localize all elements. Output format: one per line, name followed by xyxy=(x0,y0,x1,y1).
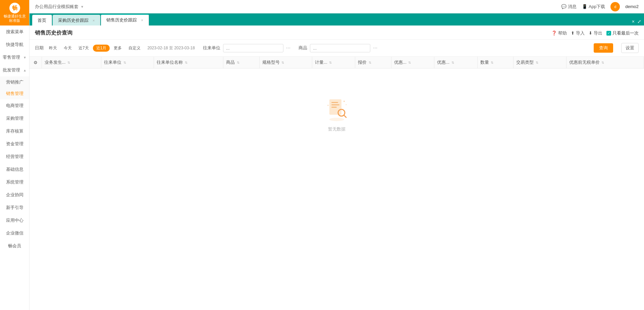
sort-icon-pretax-price: ⇅ xyxy=(601,61,604,64)
date-btn-more[interactable]: 更多 xyxy=(111,45,124,52)
sidebar-item-search[interactable]: 搜索菜单 xyxy=(0,25,29,38)
sidebar-item-inventory[interactable]: 库存核算 xyxy=(0,125,29,138)
sidebar-item-wechat[interactable]: 企业微信 xyxy=(0,227,29,240)
user-avatar[interactable]: d xyxy=(610,2,620,11)
sidebar-item-enterprise[interactable]: 企业协同 xyxy=(0,189,29,201)
query-button[interactable]: 查询 xyxy=(594,43,613,53)
content-header: 销售历史价查询 ❓ 帮助 ⬆ 导入 ⬇ 导出 只看最后一次 xyxy=(30,25,644,40)
tab-close-sales[interactable]: × xyxy=(141,18,143,22)
partner-input-wrapper: ··· xyxy=(223,44,290,52)
goods-filter-group: 商品 ··· xyxy=(299,44,377,52)
sidebar-item-basic[interactable]: 基础信息 xyxy=(0,163,29,176)
message-button[interactable]: 💬 消息 xyxy=(561,4,577,10)
goods-input[interactable] xyxy=(310,44,370,52)
data-table: ⚙ 业务发生... ⇅ 往来单位 ⇅ 往来单位名称 ⇅ xyxy=(30,57,644,68)
col-spec[interactable]: 规格型号 ⇅ xyxy=(259,57,312,68)
col-partner-name[interactable]: 往来单位名称 ⇅ xyxy=(154,57,223,68)
help-icon: ❓ xyxy=(551,31,557,36)
tab-home[interactable]: 首页 xyxy=(32,15,52,25)
sidebar-item-guide[interactable]: 新手引导 xyxy=(0,201,29,214)
goods-more-icon[interactable]: ··· xyxy=(373,45,377,51)
date-btn-1month[interactable]: 近1月 xyxy=(93,45,110,52)
date-btn-yesterday[interactable]: 昨天 xyxy=(46,45,60,52)
empty-state: 暂无数据 xyxy=(30,68,644,159)
import-button[interactable]: ⬆ 导入 xyxy=(571,30,585,36)
sidebar-logo[interactable]: 畅 畅捷通好生意标准版 xyxy=(0,0,29,25)
sidebar-item-quick-nav[interactable]: 快捷导航 xyxy=(0,38,29,51)
partner-input[interactable] xyxy=(223,44,283,52)
col-partner-code[interactable]: 往来单位 ⇅ xyxy=(101,57,154,68)
table-area: ⚙ 业务发生... ⇅ 往来单位 ⇅ 往来单位名称 ⇅ xyxy=(30,57,644,310)
only-last-checkbox[interactable]: 只看最后一次 xyxy=(606,30,639,36)
sort-icon-unit: ⇅ xyxy=(329,61,332,64)
date-filter-group: 日期 昨天 今天 近7天 近1月 更多 自定义 2023-02-18 至 202… xyxy=(35,45,195,52)
message-icon: 💬 xyxy=(561,4,567,9)
col-unit[interactable]: 计量... ⇅ xyxy=(312,57,355,68)
svg-line-6 xyxy=(344,115,346,117)
col-biz-date[interactable]: 业务发生... ⇅ xyxy=(42,57,101,68)
svg-rect-4 xyxy=(331,107,337,108)
sort-icon-trade-type: ⇅ xyxy=(536,61,538,64)
date-btn-7days[interactable]: 近7天 xyxy=(76,45,92,52)
sidebar-item-marketing[interactable]: 营销推广 xyxy=(0,76,29,88)
sort-icon-discount2: ⇅ xyxy=(451,61,454,64)
col-discount2[interactable]: 优惠... ⇅ xyxy=(434,57,477,68)
col-qty[interactable]: 数量 ⇅ xyxy=(477,57,514,68)
date-btn-custom[interactable]: 自定义 xyxy=(126,45,143,52)
main-area: 办公用品行业模拟账套 ▾ 💬 消息 📱 App下载 d demo2 首页 采购历… xyxy=(30,0,644,310)
chevron-down-icon: ▼ xyxy=(23,56,26,59)
col-price[interactable]: 报价 ⇅ xyxy=(355,57,391,68)
export-icon: ⬇ xyxy=(589,31,592,36)
tab-bar: 首页 采购历史价跟踪 × 销售历史价跟踪 × × ⤢ xyxy=(30,13,644,25)
sort-icon-partner-name: ⇅ xyxy=(185,61,187,64)
sidebar: 畅 畅捷通好生意标准版 搜索菜单 快捷导航 零售管理 ▼ 批发管理 ▲ 营销推广… xyxy=(0,0,30,310)
sort-icon-goods: ⇅ xyxy=(237,61,239,64)
date-buttons: 昨天 今天 近7天 近1月 更多 自定义 xyxy=(46,45,143,52)
user-name[interactable]: demo2 xyxy=(625,4,639,9)
sidebar-item-operation[interactable]: 经营管理 xyxy=(0,150,29,163)
chevron-up-icon: ▲ xyxy=(23,68,26,72)
date-btn-today[interactable]: 今天 xyxy=(61,45,74,52)
sidebar-item-system[interactable]: 系统管理 xyxy=(0,176,29,189)
settings-button[interactable]: 设置 xyxy=(621,43,639,53)
sidebar-item-purchase[interactable]: 采购管理 xyxy=(0,112,29,125)
top-header-left: 办公用品行业模拟账套 ▾ xyxy=(35,4,83,10)
top-header: 办公用品行业模拟账套 ▾ 💬 消息 📱 App下载 d demo2 xyxy=(30,0,644,13)
tab-close-purchase[interactable]: × xyxy=(93,18,95,22)
goods-label: 商品 xyxy=(299,45,307,51)
goods-input-wrapper: ··· xyxy=(310,44,377,52)
col-trade-type[interactable]: 交易类型 ⇅ xyxy=(514,57,566,68)
sidebar-item-member[interactable]: 畅会员 xyxy=(0,240,29,252)
svg-point-9 xyxy=(327,105,329,106)
sidebar-item-finance[interactable]: 资金管理 xyxy=(0,138,29,150)
svg-point-0 xyxy=(329,118,344,121)
sidebar-item-sales-mgmt[interactable]: 销售管理 xyxy=(0,88,29,99)
app-dropdown-icon[interactable]: ▾ xyxy=(81,4,83,9)
col-goods[interactable]: 商品 ⇅ xyxy=(223,57,260,68)
col-discount1[interactable]: 优惠... ⇅ xyxy=(391,57,434,68)
partner-more-icon[interactable]: ··· xyxy=(286,45,290,51)
col-pretax-price[interactable]: 优惠前无税单价 ⇅ xyxy=(566,57,644,68)
sort-icon-spec: ⇅ xyxy=(281,61,284,64)
sort-icon-qty: ⇅ xyxy=(491,61,493,64)
fullscreen-button[interactable]: ⤢ xyxy=(637,19,641,24)
sidebar-item-ecommerce[interactable]: 电商管理 xyxy=(0,99,29,112)
content-header-right: ❓ 帮助 ⬆ 导入 ⬇ 导出 只看最后一次 xyxy=(551,30,639,36)
filter-row: 日期 昨天 今天 近7天 近1月 更多 自定义 2023-02-18 至 202… xyxy=(30,40,644,57)
tab-sales-history[interactable]: 销售历史价跟踪 × xyxy=(101,14,149,25)
sidebar-item-wholesale[interactable]: 批发管理 ▲ xyxy=(0,64,29,76)
col-settings[interactable]: ⚙ xyxy=(30,57,42,68)
export-button[interactable]: ⬇ 导出 xyxy=(589,30,602,36)
settings-col-icon: ⚙ xyxy=(34,60,38,65)
app-download-button[interactable]: 📱 App下载 xyxy=(582,4,605,10)
partner-label: 往来单位 xyxy=(203,45,220,51)
sidebar-item-retail[interactable]: 零售管理 ▼ xyxy=(0,51,29,64)
page-title: 销售历史价查询 xyxy=(35,30,72,37)
top-header-right: 💬 消息 📱 App下载 d demo2 xyxy=(561,2,639,11)
app-title: 办公用品行业模拟账套 xyxy=(35,4,78,10)
sidebar-item-appstore[interactable]: 应用中心 xyxy=(0,214,29,227)
help-button[interactable]: ❓ 帮助 xyxy=(551,30,567,36)
close-window-button[interactable]: × xyxy=(632,19,635,24)
tab-purchase-history[interactable]: 采购历史价跟踪 × xyxy=(53,15,100,25)
date-label: 日期 xyxy=(35,45,44,51)
